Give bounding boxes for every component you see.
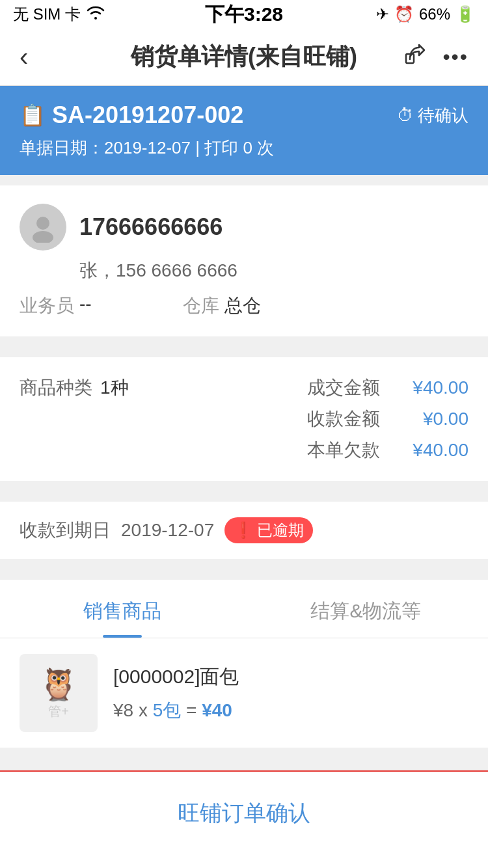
tabs-section: 销售商品 结算&物流等 — [0, 580, 488, 638]
avatar — [20, 204, 66, 251]
warehouse-meta: 仓库 总仓 — [183, 293, 261, 318]
product-info: [0000002]面包 ¥8 x 5包 = ¥40 — [113, 664, 468, 723]
overdue-badge: ❗ 已逾期 — [224, 517, 313, 543]
summary-section: 商品种类 1种 成交金额 ¥40.00 收款金额 ¥0.00 本单欠款 ¥40.… — [0, 357, 488, 481]
customer-phone: 17666666666 — [79, 213, 223, 241]
due-section: 收款到期日 2019-12-07 ❗ 已逾期 — [0, 502, 488, 559]
nav-right-actions: ••• — [403, 42, 468, 72]
divider-3 — [0, 491, 488, 502]
debt-row: 本单欠款 ¥40.00 — [307, 438, 468, 463]
wifi-icon — [86, 5, 105, 23]
salesman-meta: 业务员 -- — [20, 293, 92, 318]
share-icon[interactable] — [403, 42, 427, 72]
location-icon: ✈ — [376, 5, 389, 23]
order-status: ⏱ 待确认 — [397, 104, 468, 127]
status-bar: 无 SIM 卡 下午3:28 ✈ ⏰ 66% 🔋 — [0, 0, 488, 29]
customer-section: 17666666666 张，156 6666 6666 业务员 -- 仓库 总仓 — [0, 185, 488, 336]
order-date: 单据日期：2019-12-07 | 打印 0 次 — [20, 137, 468, 159]
page-title: 销货单详情(来自旺铺) — [131, 41, 357, 73]
more-icon[interactable]: ••• — [442, 45, 468, 69]
summary-right: 成交金额 ¥40.00 收款金额 ¥0.00 本单欠款 ¥40.00 — [307, 375, 468, 463]
received-row: 收款金额 ¥0.00 — [307, 407, 468, 431]
status-bar-left: 无 SIM 卡 — [13, 4, 105, 25]
order-header: 📋 SA-20191207-002 ⏱ 待确认 单据日期：2019-12-07 … — [0, 86, 488, 175]
confirm-order-button[interactable]: 旺铺订单确认 — [26, 785, 462, 842]
battery-text: 66% — [419, 5, 450, 23]
carrier-text: 无 SIM 卡 — [13, 4, 81, 25]
nav-bar: ‹ 销货单详情(来自旺铺) ••• — [0, 29, 488, 86]
tab-settlement[interactable]: 结算&物流等 — [244, 580, 488, 638]
product-section: 🦉 管+ [0000002]面包 ¥8 x 5包 = ¥40 — [0, 638, 488, 748]
product-name: [0000002]面包 — [113, 664, 468, 690]
overdue-icon: ❗ — [234, 521, 253, 539]
divider-2 — [0, 347, 488, 357]
product-type: 商品种类 1种 — [20, 375, 129, 400]
product-thumbnail: 🦉 管+ — [20, 654, 98, 732]
bottom-bar: 旺铺订单确认 — [0, 770, 488, 868]
product-price: ¥8 x 5包 = ¥40 — [113, 698, 468, 723]
amount-row: 成交金额 ¥40.00 — [307, 375, 468, 400]
svg-point-2 — [33, 231, 53, 243]
alarm-icon: ⏰ — [394, 5, 414, 23]
order-icon: 📋 — [20, 103, 46, 128]
status-bar-time: 下午3:28 — [205, 1, 283, 28]
battery-icon: 🔋 — [455, 5, 475, 23]
customer-meta: 业务员 -- 仓库 总仓 — [20, 293, 468, 318]
divider-1 — [0, 175, 488, 185]
back-button[interactable]: ‹ — [20, 42, 28, 72]
order-id: 📋 SA-20191207-002 — [20, 102, 243, 129]
clock-icon: ⏱ — [397, 105, 414, 126]
customer-name: 张，156 6666 6666 — [20, 258, 468, 283]
svg-point-1 — [36, 217, 49, 230]
status-bar-right: ✈ ⏰ 66% 🔋 — [376, 5, 475, 23]
tab-sales-product[interactable]: 销售商品 — [0, 580, 244, 638]
divider-4 — [0, 569, 488, 580]
